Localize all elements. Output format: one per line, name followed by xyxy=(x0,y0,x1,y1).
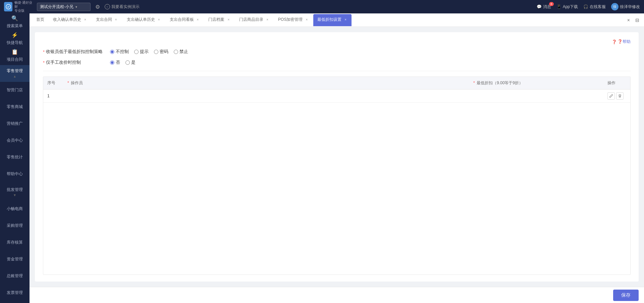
form-section: * 收银员低于最低折扣控制策略 不控制 提示 xyxy=(43,49,631,71)
sidebar-item-invoice[interactable]: 发票管理 xyxy=(0,285,30,301)
table-row: 1 xyxy=(43,90,630,103)
data-table-container: 序号 * 操作员 * 最低折扣（9.00等于9折） xyxy=(43,77,631,275)
sidebar-item-stats[interactable]: 零售统计 xyxy=(0,149,30,166)
save-button[interactable]: 保存 xyxy=(613,290,639,301)
option-no[interactable]: 否 xyxy=(110,59,120,65)
page-content: ❓ ❓帮助 * 收银员低于最低折扣控制策略 xyxy=(30,27,644,287)
online-service-action[interactable]: 🎧 在线客服 xyxy=(583,4,606,10)
chevron-down-icon: ▾ xyxy=(75,5,77,9)
manual-price-control-label: * 仅手工改价时控制 xyxy=(43,59,110,65)
demo-link[interactable]: ○ 我要看实例演示 xyxy=(105,4,140,10)
shortcuts-icon: ⚡ xyxy=(11,32,18,39)
option-prompt[interactable]: 提示 xyxy=(134,49,149,55)
tab-close-payment-contract[interactable]: × xyxy=(114,17,118,22)
data-table: 序号 * 操作员 * 最低折扣（9.00等于9折） xyxy=(43,77,630,103)
sidebar-item-retail[interactable]: 零售管理 ▲ xyxy=(0,65,30,82)
search-icon: 🔍 xyxy=(11,15,18,22)
sidebar-item-ecom[interactable]: 小畅电商 xyxy=(0,201,30,217)
edit-row-button[interactable] xyxy=(607,92,615,100)
tab-payment-contract[interactable]: 支出合同 × xyxy=(92,14,122,26)
help-icon: ❓ xyxy=(612,40,617,44)
project-icon: 📋 xyxy=(11,49,18,56)
sidebar-item-search[interactable]: 🔍 搜索菜单 xyxy=(0,13,30,30)
sidebar-item-help[interactable]: 帮助中心 xyxy=(0,166,30,183)
col-header-operator: * 操作员 xyxy=(63,77,469,90)
tab-close-payment-history[interactable]: × xyxy=(157,17,161,22)
manual-price-control-options: 否 是 xyxy=(110,59,136,65)
col-header-seq: 序号 xyxy=(43,77,63,90)
sidebar-item-shortcuts[interactable]: ⚡ 快捷导航 xyxy=(0,30,30,47)
tab-income-history[interactable]: 收入确认单历史 × xyxy=(49,14,91,26)
headset-icon: 🎧 xyxy=(583,4,588,9)
option-password[interactable]: 密码 xyxy=(154,49,168,55)
logo: 畅捷·通好业财 专业版 xyxy=(4,1,34,13)
wholesale-arrow-icon: ▼ xyxy=(13,193,16,197)
sidebar: 🔍 搜索菜单 ⚡ 快捷导航 📋 项目合同 零售管理 ▲ 智营门店 零售商城 营销… xyxy=(0,13,30,303)
message-action[interactable]: 💬 消息 8 xyxy=(537,4,551,10)
sidebar-item-member[interactable]: 会员中心 xyxy=(0,132,30,149)
option-no-control[interactable]: 不控制 xyxy=(110,49,129,55)
manual-price-control-row: * 仅手工改价时控制 否 是 xyxy=(43,59,631,65)
tab-min-discount[interactable]: 最低折扣设置 × xyxy=(313,14,352,26)
user-action[interactable]: 徐 徐泽华修改 xyxy=(611,3,640,10)
tab-bar-actions: × ⊟ xyxy=(625,16,641,24)
tab-close-min-discount[interactable]: × xyxy=(343,17,347,22)
sidebar-item-purchase[interactable]: 采购管理 xyxy=(0,217,30,234)
option-forbidden[interactable]: 禁止 xyxy=(174,49,188,55)
app-download-action[interactable]: 📱 App下载 xyxy=(556,4,578,10)
tab-home[interactable]: 首页 xyxy=(32,14,48,26)
sidebar-item-wholesale[interactable]: 批发管理 ▼ xyxy=(0,184,30,201)
project-name: 测试分开流程-小兄 xyxy=(40,4,73,10)
tab-bar: 首页 收入确认单历史 × 支出合同 × 支出确认单历史 × 支出合同看板 × 门… xyxy=(30,13,644,27)
help-link[interactable]: ❓ ❓帮助 xyxy=(612,39,631,45)
logo-text: 畅捷·通好业财 专业版 xyxy=(14,1,34,13)
logo-icon xyxy=(4,2,12,11)
retail-arrow-icon: ▲ xyxy=(13,74,16,79)
option-yes[interactable]: 是 xyxy=(125,59,136,65)
cell-discount xyxy=(469,90,603,103)
cell-seq: 1 xyxy=(43,90,63,103)
col-header-action: 操作 xyxy=(603,77,630,90)
tab-close-income-history[interactable]: × xyxy=(83,17,87,22)
table-header-row: 序号 * 操作员 * 最低折扣（9.00等于9折） xyxy=(43,77,630,90)
control-strategy-label: * 收银员低于最低折扣控制策略 xyxy=(43,49,110,55)
col-header-discount: * 最低折扣（9.00等于9折） xyxy=(469,77,603,90)
message-badge: 8 xyxy=(549,2,554,6)
phone-icon: 📱 xyxy=(556,4,561,9)
tab-close-payment-board[interactable]: × xyxy=(196,17,200,22)
tab-store-products[interactable]: 门店商品目录 × xyxy=(235,14,273,26)
circle-icon: ○ xyxy=(105,4,110,9)
control-strategy-options: 不控制 提示 密码 禁 xyxy=(110,49,188,55)
sidebar-item-ledger[interactable]: 总账管理 xyxy=(0,268,30,285)
delete-row-button[interactable] xyxy=(616,92,624,100)
tab-close-all-button[interactable]: × xyxy=(625,16,632,24)
sidebar-item-inventory[interactable]: 库存核算 xyxy=(0,234,30,251)
content-area: 首页 收入确认单历史 × 支出合同 × 支出确认单历史 × 支出合同看板 × 门… xyxy=(30,13,644,303)
sidebar-item-smart-store[interactable]: 智营门店 xyxy=(0,82,30,99)
tab-more-button[interactable]: ⊟ xyxy=(633,16,641,24)
table-action-btns xyxy=(607,92,626,100)
avatar: 徐 xyxy=(611,3,619,10)
sidebar-item-online-store[interactable]: 零售商城 xyxy=(0,99,30,115)
tab-close-store-file[interactable]: × xyxy=(226,17,230,22)
tab-close-pos-lock[interactable]: × xyxy=(305,17,309,22)
tab-payment-history[interactable]: 支出确认单历史 × xyxy=(123,14,165,26)
tab-store-file[interactable]: 门店档案 × xyxy=(204,14,234,26)
tab-payment-board[interactable]: 支出合同看板 × xyxy=(166,14,204,26)
project-selector[interactable]: 测试分开流程-小兄 ▾ xyxy=(37,3,91,11)
top-bar: 畅捷·通好业财 专业版 测试分开流程-小兄 ▾ ⚙ ○ 我要看实例演示 💬 消息… xyxy=(0,0,644,13)
settings-button[interactable]: ⚙ xyxy=(94,2,101,11)
control-strategy-row: * 收银员低于最低折扣控制策略 不控制 提示 xyxy=(43,49,631,55)
message-icon: 💬 xyxy=(537,4,542,9)
sidebar-item-tax[interactable]: 税务管理 xyxy=(0,301,30,303)
form-card: ❓ ❓帮助 * 收银员低于最低折扣控制策略 xyxy=(35,32,639,282)
sidebar-item-marketing[interactable]: 营销推广 xyxy=(0,115,30,132)
top-bar-right: 💬 消息 8 📱 App下载 🎧 在线客服 徐 徐泽华修改 xyxy=(537,3,640,10)
sidebar-item-finance[interactable]: 资金管理 xyxy=(0,251,30,268)
footer-bar: 保存 xyxy=(30,287,644,303)
tab-pos-lock[interactable]: POS加密管理 × xyxy=(274,14,313,26)
cell-operator xyxy=(63,90,469,103)
tab-close-store-products[interactable]: × xyxy=(265,17,269,22)
cell-action xyxy=(603,90,630,103)
sidebar-item-project[interactable]: 📋 项目合同 xyxy=(0,47,30,64)
